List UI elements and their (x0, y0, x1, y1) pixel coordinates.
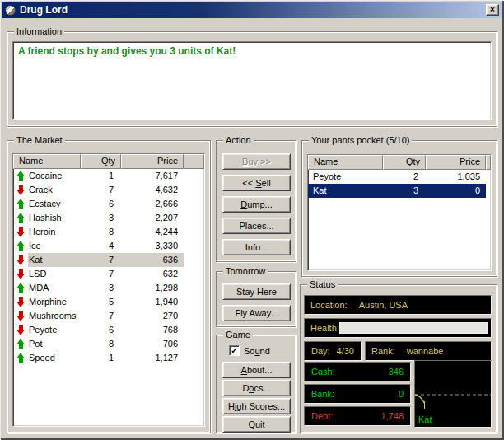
action-group-label: Action (223, 135, 254, 146)
pocket-item-price: 1,035 (426, 170, 486, 184)
pocket-item-name: Kat (308, 184, 383, 198)
button-label: Quit (248, 419, 264, 429)
column-header-price[interactable]: Price (121, 154, 184, 169)
cash-value: 346 (389, 363, 404, 381)
fly-away-button[interactable]: Fly Away... (222, 305, 291, 321)
button-label: cs... (254, 383, 270, 393)
title-bar[interactable]: Drug Lord × (2, 2, 502, 18)
trend-icon (16, 241, 26, 251)
sound-checkbox[interactable]: ✓ (229, 345, 240, 356)
pocket-row-kat[interactable]: Kat 3 0 (308, 184, 491, 198)
docs-button[interactable]: Docs... (222, 380, 291, 396)
market-item-qty: 7 (81, 183, 121, 197)
button-label: H (228, 401, 235, 411)
close-icon[interactable]: × (486, 4, 499, 16)
market-row-pot[interactable]: Pot 8 706 (13, 337, 204, 351)
market-row-lsd[interactable]: LSD 7 632 (13, 267, 204, 281)
rank-label: Rank: (366, 346, 395, 356)
market-item-price: 632 (121, 267, 184, 281)
market-item-qty: 7 (81, 309, 121, 323)
window-title: Drug Lord (20, 4, 68, 16)
trend-icon (16, 353, 26, 363)
market-row-mushrooms[interactable]: Mushrooms 7 270 (13, 309, 204, 323)
information-group: Information A friend stops by and gives … (7, 31, 497, 127)
market-row-heroin[interactable]: Heroin 8 4,244 (13, 225, 204, 239)
market-item-price: 270 (121, 309, 184, 323)
market-row-crack[interactable]: Crack 7 4,632 (13, 183, 204, 197)
market-item-qty: 1 (81, 351, 121, 365)
market-item-qty: 8 (81, 225, 121, 239)
column-header-qty[interactable]: Qty (81, 154, 121, 169)
column-header-name[interactable]: Name (308, 155, 383, 170)
market-item-name: Hashish (28, 211, 81, 225)
tomorrow-group-label: Tomorrow (223, 266, 268, 277)
market-row-hashish[interactable]: Hashish 3 2,207 (13, 211, 204, 225)
market-row-speed[interactable]: Speed 1 1,127 (13, 351, 204, 365)
market-item-name: Ice (28, 239, 81, 253)
market-item-price: 7,617 (121, 169, 184, 183)
buy-button[interactable]: Buy >> (222, 153, 291, 170)
market-list: Name Qty Price Cocaine 1 7,617 Crack 7 4… (12, 153, 205, 427)
market-item-name: Cocaine (28, 169, 81, 183)
day-panel: Day: 4/30 (304, 341, 362, 361)
sell-button[interactable]: << Sell (222, 175, 291, 191)
about-button[interactable]: About... (222, 362, 291, 378)
market-item-price: 706 (121, 337, 184, 351)
location-label: Location: (305, 300, 348, 310)
column-header-name[interactable]: Name (13, 154, 81, 169)
market-item-price: 2,666 (121, 197, 184, 211)
market-item-name: Peyote (28, 323, 81, 337)
trend-icon (16, 227, 26, 237)
button-label: << (242, 178, 255, 188)
debt-panel: Debt: 1,748 (304, 406, 411, 426)
market-row-peyote[interactable]: Peyote 6 768 (13, 323, 204, 337)
column-header-qty[interactable]: Qty (383, 155, 426, 170)
market-row-ecstacy[interactable]: Ecstacy 6 2,666 (13, 197, 204, 211)
market-item-name: Kat (28, 253, 81, 267)
dump-button[interactable]: Dump... (222, 196, 291, 213)
market-row-ice[interactable]: Ice 4 3,330 (13, 239, 204, 253)
trend-icon (16, 283, 26, 293)
market-item-price: 4,632 (121, 183, 184, 197)
market-item-price: 4,244 (121, 225, 184, 239)
bank-value: 0 (399, 385, 404, 403)
chart-item-label: Kat (418, 414, 432, 425)
market-row-mda[interactable]: MDA 3 1,298 (13, 281, 204, 295)
button-label: gh Scores... (236, 401, 285, 411)
market-row-cocaine[interactable]: Cocaine 1 7,617 (13, 169, 204, 183)
market-item-qty: 3 (81, 281, 121, 295)
market-item-qty: 1 (81, 169, 121, 183)
pocket-item-qty: 2 (383, 170, 426, 184)
places-button[interactable]: Places... (222, 218, 291, 234)
trend-icon (16, 269, 26, 279)
high-scores-button[interactable]: High Scores... (222, 398, 291, 414)
market-item-price: 1,127 (121, 351, 184, 365)
current-price-cross-icon (421, 401, 428, 409)
button-label: Stay Here (236, 287, 277, 297)
pocket-item-qty: 3 (383, 184, 426, 198)
location-value: Austin, USA (359, 300, 408, 310)
market-item-qty: 3 (81, 211, 121, 225)
info-button[interactable]: Info... (222, 239, 291, 255)
game-group: Game ✓ Sound About... Docs... High Score… (216, 335, 296, 433)
bank-panel: Bank: 0 (304, 384, 411, 404)
health-bar (339, 322, 488, 334)
market-item-name: Crack (28, 183, 81, 197)
market-item-name: Speed (28, 351, 81, 365)
pocket-row-peyote[interactable]: Peyote 2 1,035 (308, 170, 491, 184)
market-item-name: LSD (28, 267, 81, 281)
stay-here-button[interactable]: Stay Here (222, 283, 291, 300)
cash-label: Cash: (311, 363, 335, 381)
column-header-filler (184, 154, 204, 169)
market-item-qty: 8 (81, 337, 121, 351)
cash-panel: Cash: 346 (304, 362, 411, 381)
column-header-price[interactable]: Price (426, 155, 486, 170)
market-item-qty: 4 (81, 239, 121, 253)
market-item-price: 1,298 (121, 281, 184, 295)
market-row-morphine[interactable]: Morphine 5 1,940 (13, 295, 204, 309)
market-item-price: 3,330 (121, 239, 184, 253)
market-row-kat[interactable]: Kat 7 636 (13, 253, 204, 267)
game-group-label: Game (223, 330, 253, 340)
checkmark-icon: ✓ (231, 346, 237, 355)
quit-button[interactable]: Quit (222, 416, 291, 433)
